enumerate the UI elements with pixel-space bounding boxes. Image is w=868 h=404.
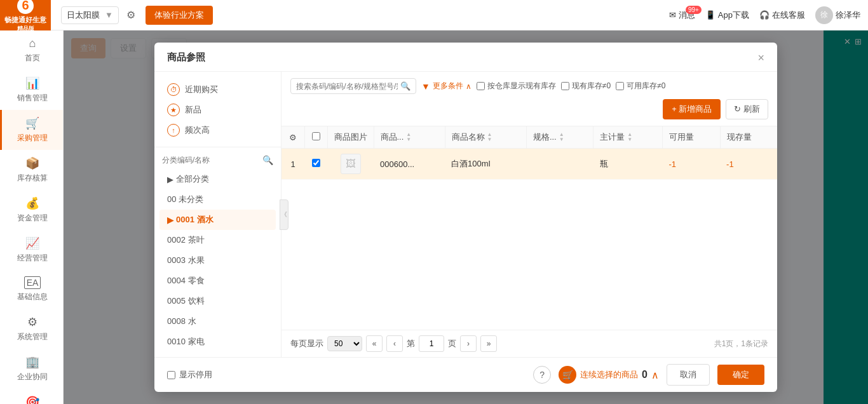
home-icon: ⌂	[29, 37, 36, 50]
check-by-warehouse-input[interactable]	[477, 82, 485, 90]
category-beverage[interactable]: 0005 饮料	[159, 291, 276, 311]
sidebar-label-home: 首页	[25, 53, 40, 64]
sales-icon: 📊	[25, 76, 39, 90]
sidebar-label-operation: 经营管理	[17, 253, 48, 264]
help-button[interactable]: ?	[533, 366, 551, 384]
category-list: ▶ 全部分类 00 未分类 ▶ 0001 酒水 0002 茶	[154, 169, 281, 352]
sidebar-label-purchase: 采购管理	[17, 133, 48, 144]
message-badge: 99+	[686, 6, 702, 14]
category-liquor[interactable]: ▶ 0001 酒水	[159, 210, 276, 230]
user-menu[interactable]: 徐 徐泽华	[815, 6, 860, 24]
basic-info-icon: EA	[24, 276, 41, 289]
th-spec-sort[interactable]: 规格... ▲▼	[533, 131, 587, 143]
sidebar-item-guide[interactable]: 🎯 新手引导	[0, 389, 63, 404]
confirm-button[interactable]: 确定	[717, 365, 764, 385]
th-code-sort[interactable]: 商品... ▲▼	[381, 131, 438, 143]
category-search-icon[interactable]: 🔍	[262, 155, 273, 165]
th-name: 商品名称 ▲▼	[445, 126, 526, 149]
modal-title: 商品参照	[167, 51, 205, 64]
app-download-button[interactable]: 📱 App下载	[705, 10, 749, 21]
brand-sub: 精品版	[17, 25, 34, 33]
first-page-btn[interactable]: «	[366, 335, 383, 352]
trial-button[interactable]: 体验行业方案	[146, 6, 213, 25]
quick-recent-label: 近期购买	[185, 84, 218, 95]
modal-header: 商品参照 ×	[154, 43, 777, 72]
sidebar-item-sales[interactable]: 📊 销售管理	[0, 70, 63, 110]
row-checkbox[interactable]	[312, 159, 320, 167]
table-row[interactable]: 1 🖼	[281, 149, 777, 180]
message-icon: ✉	[669, 10, 676, 20]
sidebar-item-purchase[interactable]: 🛒 采购管理	[0, 110, 63, 150]
per-page-label: 每页显示	[290, 338, 323, 349]
sidebar-item-system[interactable]: ⚙ 系统管理	[0, 309, 63, 349]
per-page-select[interactable]: 50 10 20 100	[327, 336, 362, 351]
product-reference-modal: 商品参照 × ⏱ 近期购买 ★ 新品	[154, 43, 777, 392]
sidebar-item-basic-info[interactable]: EA 基础信息	[0, 270, 63, 309]
more-filter-btn[interactable]: ▼ 更多条件 ∧	[421, 81, 471, 91]
row-name: 白酒100ml	[445, 149, 526, 180]
quick-new[interactable]: ★ 新品	[162, 100, 273, 120]
category-search-input[interactable]	[162, 156, 259, 165]
sidebar-item-home[interactable]: ⌂ 首页	[0, 30, 63, 70]
modal-close-button[interactable]: ×	[757, 52, 764, 64]
store-selector[interactable]: 日太阳膜 ▼	[61, 6, 119, 24]
select-all-checkbox[interactable]	[312, 132, 320, 140]
category-all[interactable]: ▶ 全部分类	[159, 169, 276, 189]
category-fruit[interactable]: 0003 水果	[159, 250, 276, 271]
product-search-icon[interactable]: 🔍	[400, 81, 410, 91]
row-image-cell: 🖼	[327, 149, 374, 180]
category-snack[interactable]: 0004 零食	[159, 271, 276, 291]
sidebar: ⌂ 首页 📊 销售管理 🛒 采购管理 📦 库存核算 💰 资金管理 📈 经营管理 …	[0, 30, 64, 404]
th-unit-sort[interactable]: 主计量 ▲▼	[600, 131, 656, 143]
settings-icon[interactable]: ⚙	[289, 133, 297, 142]
category-search: 🔍	[154, 151, 281, 169]
category-tea-label: 0002 茶叶	[167, 234, 205, 246]
modal-body: ⏱ 近期购买 ★ 新品 ↑ 频次高	[154, 72, 777, 357]
gear-button[interactable]: ⚙	[124, 6, 138, 24]
check-nonzero-available: 可用库存≠0	[616, 81, 665, 91]
cancel-button[interactable]: 取消	[667, 364, 710, 386]
recent-icon: ⏱	[167, 83, 180, 96]
sidebar-item-finance[interactable]: 💰 资金管理	[0, 190, 63, 230]
enterprise-icon: 🏢	[25, 355, 39, 369]
filter-arrow-icon: ∧	[466, 82, 471, 91]
message-button[interactable]: ✉ 消息 99+	[669, 10, 695, 21]
th-unit: 主计量 ▲▼	[593, 126, 663, 149]
category-tea[interactable]: 0002 茶叶	[159, 230, 276, 250]
show-disabled-label: 显示停用	[179, 369, 212, 380]
category-water[interactable]: 0008 水	[159, 311, 276, 332]
quick-frequent[interactable]: ↑ 频次高	[162, 120, 273, 140]
check-nonzero-stock-input[interactable]	[561, 82, 569, 90]
th-available-label: 可用量	[669, 132, 694, 142]
category-liquor-label: 0001 酒水	[176, 214, 214, 226]
main-layout: ⌂ 首页 📊 销售管理 🛒 采购管理 📦 库存核算 💰 资金管理 📈 经营管理 …	[0, 30, 868, 404]
prev-page-btn[interactable]: ‹	[386, 335, 403, 352]
refresh-button[interactable]: ↻ 刷新	[726, 99, 768, 119]
check-nonzero-stock-label: 现有库存≠0	[572, 81, 611, 91]
show-disabled-checkbox[interactable]	[167, 371, 175, 379]
next-page-btn[interactable]: ›	[460, 335, 477, 352]
logo[interactable]: 6 畅捷通好生意 精品版	[0, 0, 51, 30]
question-icon: ?	[539, 370, 545, 380]
category-uncategorized[interactable]: 00 未分类	[159, 189, 276, 210]
check-nonzero-available-input[interactable]	[616, 82, 624, 90]
sidebar-label-enterprise: 企业协同	[17, 372, 48, 382]
category-appliance[interactable]: 0010 家电	[159, 332, 276, 352]
collapse-cart-btn[interactable]: ∧	[651, 369, 659, 381]
sidebar-item-operation[interactable]: 📈 经营管理	[0, 230, 63, 270]
th-code-label: 商品...	[381, 131, 404, 143]
quick-recent[interactable]: ⏱ 近期购买	[162, 79, 273, 100]
left-panel-collapse-btn[interactable]: 《	[280, 199, 288, 230]
service-button[interactable]: 🎧 在线客服	[759, 10, 805, 21]
last-page-btn[interactable]: »	[480, 335, 497, 352]
sidebar-item-enterprise[interactable]: 🏢 企业协同	[0, 349, 63, 389]
sidebar-item-inventory[interactable]: 📦 库存核算	[0, 150, 63, 190]
th-checkbox	[304, 126, 327, 149]
page-unit: 页	[448, 338, 456, 349]
check-nonzero-available-label: 可用库存≠0	[627, 81, 665, 91]
page-number-input[interactable]	[419, 335, 444, 352]
product-search-input[interactable]	[296, 82, 398, 91]
guide-icon: 🎯	[25, 395, 39, 404]
add-product-button[interactable]: + 新增商品	[663, 99, 721, 119]
th-name-sort[interactable]: 商品名称 ▲▼	[452, 131, 520, 143]
